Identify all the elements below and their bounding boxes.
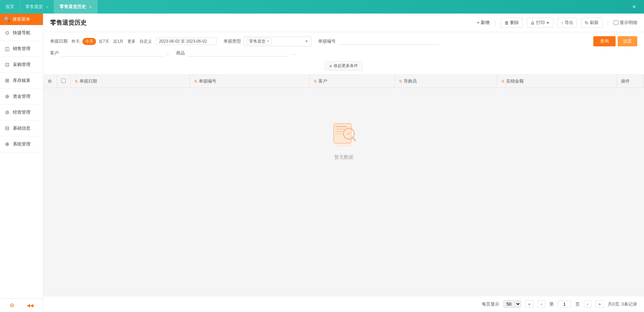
date-btn-更多[interactable]: 更多: [126, 38, 137, 45]
sidebar-item-base-info[interactable]: ⊟基础信息: [0, 120, 43, 136]
tab-retail-return-history[interactable]: 零售退货历史×: [54, 0, 97, 14]
nav-icon-system-mgmt: ⊕: [4, 141, 10, 147]
sort-icon-amount: ⇅: [501, 79, 505, 83]
nav-icon-inventory: ⊞: [4, 77, 10, 84]
window-close-button[interactable]: ×: [629, 2, 639, 12]
th-customer[interactable]: ⇅ 客户: [309, 75, 395, 88]
show-detail-checkbox[interactable]: [614, 20, 618, 25]
new-button[interactable]: + 新增: [477, 20, 489, 26]
query-button[interactable]: 查询: [593, 36, 616, 46]
th-guide[interactable]: ⇅ 导购员: [395, 75, 497, 88]
show-detail-checkbox-label[interactable]: 显示明细: [614, 20, 637, 26]
page-label: 第: [549, 301, 554, 307]
date-btn-group: 昨天今天近7天近1月更多自定义: [70, 38, 153, 45]
sidebar-item-operations[interactable]: ⊜经营管理: [0, 105, 43, 120]
empty-state: 暂无数据: [43, 88, 644, 187]
sidebar-item-inventory[interactable]: ⊞库存核算: [0, 73, 43, 89]
date-btn-昨天[interactable]: 昨天: [70, 38, 81, 45]
export-button[interactable]: ↑ 导出: [557, 18, 577, 28]
first-page-button[interactable]: «: [525, 300, 533, 308]
sidebar-label-quick-nav: 快捷导航: [13, 30, 30, 36]
page-number-input[interactable]: [558, 300, 571, 308]
goods-input[interactable]: [188, 50, 289, 57]
table-area: ⚙⇅ 单据日期⇅ 单据编号⇅ 客户⇅ 导购员⇅ 实销金额操作: [43, 75, 644, 296]
date-range-input[interactable]: [156, 38, 217, 45]
sidebar-item-sales-mgmt[interactable]: ◫销售管理: [0, 41, 43, 57]
tab-close-retail-return-history[interactable]: ×: [89, 5, 91, 9]
date-btn-今天[interactable]: 今天: [82, 38, 96, 45]
sidebar-item-quick-nav[interactable]: ⊙快捷导航: [0, 25, 43, 41]
settings-icon[interactable]: ⚙: [9, 302, 14, 309]
sidebar: 🔍 搜索菜单 ⊙快捷导航◫销售管理⊡采购管理⊞库存核算⊛资金管理⊜经营管理⊟基础…: [0, 14, 43, 312]
sidebar-nav: ⊙快捷导航◫销售管理⊡采购管理⊞库存核算⊛资金管理⊜经营管理⊟基础信息⊕系统管理: [0, 25, 43, 298]
tab-label-retail-return: 零售退货: [25, 4, 43, 10]
prev-page-button[interactable]: ‹: [538, 300, 545, 308]
next-page-button[interactable]: ›: [584, 300, 591, 308]
doc-type-tag-close[interactable]: ×: [267, 39, 269, 44]
th-amount[interactable]: ⇅ 实销金额: [497, 75, 617, 88]
collapse-icon-up: ∧: [329, 64, 332, 68]
tab-retail-return[interactable]: 零售退货×: [20, 0, 54, 14]
set-button[interactable]: 设置: [618, 36, 637, 46]
empty-text: 暂无数据: [334, 154, 353, 160]
delete-button[interactable]: 🗑 删除: [501, 18, 523, 28]
page-size-select[interactable]: 2050100: [503, 300, 521, 308]
customer-label: 客户: [50, 50, 59, 56]
tab-label-retail-return-history: 零售退货历史: [59, 4, 86, 10]
sidebar-label-inventory: 库存核算: [13, 77, 30, 84]
sidebar-item-finance[interactable]: ⊛资金管理: [0, 89, 43, 105]
page-unit: 页: [575, 301, 580, 307]
sort-icon-doc-num: ⇅: [194, 79, 198, 83]
goods-filter: 商品 ...: [176, 50, 295, 57]
th-doc-num[interactable]: ⇅ 单据编号: [190, 75, 310, 88]
sort-icon-doc-date: ⇅: [75, 79, 79, 83]
refresh-button[interactable]: ↻ 刷新: [581, 18, 602, 28]
sidebar-label-finance: 资金管理: [13, 93, 30, 99]
top-bar-right: ×: [629, 2, 644, 12]
page-title: 零售退货历史: [50, 19, 87, 27]
collapse-icon[interactable]: ◀◀: [27, 303, 33, 308]
last-page-button[interactable]: »: [595, 300, 604, 308]
sidebar-label-sales-mgmt: 销售管理: [13, 46, 30, 52]
doc-type-select[interactable]: 零售退货 × ▼: [244, 37, 311, 46]
nav-icon-operations: ⊜: [4, 109, 10, 115]
print-button[interactable]: 🖨 打印 ▼: [527, 18, 553, 28]
goods-ellipsis-button[interactable]: ...: [292, 51, 295, 56]
svg-rect-3: [335, 129, 345, 130]
date-btn-自定义[interactable]: 自定义: [138, 38, 153, 45]
doc-num-input[interactable]: [338, 38, 440, 45]
content-area: 零售退货历史 + 新增 🗑 删除 🖨 打印 ▼ ↑ 导出 ↻: [43, 14, 644, 312]
sidebar-search-label: 搜索菜单: [13, 16, 30, 22]
doc-type-label: 单据类型: [223, 38, 241, 44]
doc-type-tag: 零售退货 ×: [247, 38, 271, 45]
date-btn-近1月[interactable]: 近1月: [112, 38, 125, 45]
page-header: 零售退货历史 + 新增 🗑 删除 🖨 打印 ▼ ↑ 导出 ↻: [43, 14, 644, 32]
select-all-checkbox[interactable]: [61, 79, 66, 83]
date-btn-近7天[interactable]: 近7天: [97, 38, 111, 45]
column-settings-icon[interactable]: ⚙: [47, 79, 53, 84]
tab-home[interactable]: 首页: [0, 0, 20, 14]
doc-type-tag-text: 零售退货: [249, 39, 265, 44]
svg-rect-2: [335, 126, 347, 127]
th-checkbox: [57, 75, 70, 88]
toolbar-divider: [495, 20, 495, 25]
th-doc-date[interactable]: ⇅ 单据日期: [70, 75, 190, 88]
nav-icon-base-info: ⊟: [4, 125, 10, 131]
sidebar-search-button[interactable]: 🔍 搜索菜单: [0, 14, 43, 25]
sidebar-item-system-mgmt[interactable]: ⊕系统管理: [0, 136, 43, 152]
data-table: ⚙⇅ 单据日期⇅ 单据编号⇅ 客户⇅ 导购员⇅ 实销金额操作: [43, 75, 644, 88]
pagination-bar: 每页显示 2050100 « ‹ 第 页 › » 共0页, 0条记录: [43, 296, 644, 312]
refresh-icon: ↻: [585, 20, 589, 25]
doc-num-label: 单据编号: [318, 38, 336, 44]
doc-num-filter: 单据编号: [318, 38, 440, 45]
svg-point-7: [345, 130, 353, 137]
customer-input[interactable]: [62, 50, 163, 57]
tab-label-home: 首页: [5, 4, 14, 10]
nav-icon-purchase-mgmt: ⊡: [4, 62, 10, 68]
collapse-filter-button[interactable]: ∧ 收起更多条件: [325, 61, 362, 70]
customer-ellipsis-button[interactable]: ...: [166, 51, 169, 56]
sidebar-item-purchase-mgmt[interactable]: ⊡采购管理: [0, 57, 43, 73]
tab-close-retail-return[interactable]: ×: [46, 5, 48, 9]
goods-label: 商品: [176, 50, 185, 56]
sidebar-label-base-info: 基础信息: [13, 125, 30, 131]
